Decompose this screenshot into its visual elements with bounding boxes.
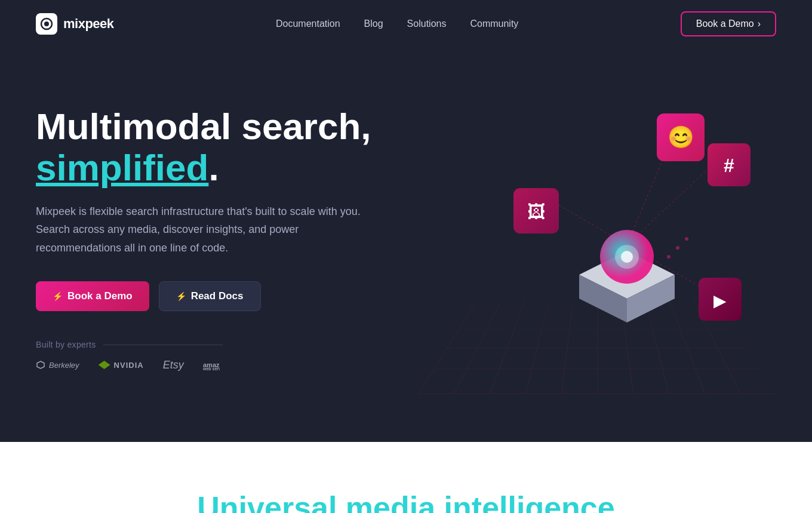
hero-docs-label: Read Docs bbox=[191, 290, 244, 302]
grid-decoration bbox=[418, 302, 776, 394]
nav-community[interactable]: Community bbox=[470, 19, 518, 29]
svg-point-10 bbox=[685, 237, 688, 241]
nvidia-icon bbox=[99, 361, 110, 369]
nav-solutions[interactable]: Solutions bbox=[407, 19, 447, 29]
nav-links: Documentation Blog Solutions Community bbox=[276, 19, 518, 29]
svg-line-6 bbox=[555, 203, 627, 245]
svg-rect-19 bbox=[708, 143, 751, 186]
built-by-label: Built by experts bbox=[36, 340, 223, 349]
berkeley-label: Berkeley bbox=[49, 361, 79, 370]
lower-section: Universal media intelligence Find exactl… bbox=[0, 442, 812, 513]
hero-section: Multimodal search, simplified. Mixpeek i… bbox=[0, 48, 812, 442]
svg-point-14 bbox=[600, 230, 654, 284]
svg-rect-17 bbox=[657, 113, 705, 161]
hero-read-docs-button[interactable]: ⚡ Read Docs bbox=[159, 281, 261, 311]
hero-illustration: 😊 # bbox=[478, 96, 776, 394]
etsy-logo: Etsy bbox=[163, 359, 184, 371]
hero-book-demo-button[interactable]: ⚡ Book a Demo bbox=[36, 281, 149, 311]
bolt-icon: ⚡ bbox=[53, 291, 63, 301]
svg-point-16 bbox=[621, 251, 633, 263]
nav-blog[interactable]: Blog bbox=[364, 19, 383, 29]
nav-book-demo-button[interactable]: Book a Demo › bbox=[681, 11, 776, 36]
aws-icon: amazon web services bbox=[203, 360, 220, 370]
svg-text:🖼: 🖼 bbox=[527, 202, 545, 222]
svg-line-5 bbox=[627, 161, 716, 245]
svg-point-9 bbox=[676, 246, 679, 250]
nav-documentation[interactable]: Documentation bbox=[276, 19, 340, 29]
hero-title-accent: simplified bbox=[36, 147, 208, 188]
hero-buttons: ⚡ Book a Demo ⚡ Read Docs bbox=[36, 281, 371, 311]
logo-text: mixpeek bbox=[63, 16, 114, 32]
svg-text:web services: web services bbox=[203, 367, 220, 370]
hero-title-line1: Multimodal search, bbox=[36, 106, 371, 147]
svg-line-7 bbox=[627, 245, 710, 293]
bolt-icon-2: ⚡ bbox=[176, 291, 186, 301]
nvidia-logo: NVIDIA bbox=[99, 361, 144, 370]
etsy-label: Etsy bbox=[163, 359, 184, 371]
hero-demo-label: Book a Demo bbox=[67, 290, 133, 302]
logo-link[interactable]: mixpeek bbox=[36, 13, 114, 35]
logo-icon bbox=[36, 13, 57, 35]
hero-title-period: . bbox=[208, 147, 219, 188]
hero-content: Multimodal search, simplified. Mixpeek i… bbox=[36, 106, 371, 371]
berkeley-logo: Berkeley bbox=[36, 360, 79, 370]
svg-point-8 bbox=[667, 255, 670, 259]
nav-cta-label: Book a Demo bbox=[696, 19, 754, 29]
svg-point-1 bbox=[44, 21, 49, 26]
built-by-section: Built by experts Berkeley NVIDIA Etsy bbox=[36, 340, 371, 371]
hero-description: Mixpeek is flexible search infrastructur… bbox=[36, 202, 370, 257]
svg-point-15 bbox=[615, 245, 639, 269]
nvidia-label: NVIDIA bbox=[114, 361, 144, 370]
svg-marker-11 bbox=[579, 251, 675, 299]
aws-logo: amazon web services bbox=[203, 360, 220, 370]
berkeley-icon bbox=[36, 360, 45, 370]
svg-text:😊: 😊 bbox=[668, 124, 694, 150]
chevron-right-icon: › bbox=[758, 19, 761, 29]
svg-line-4 bbox=[627, 131, 675, 245]
partner-logos: Berkeley NVIDIA Etsy amazon web services bbox=[36, 359, 220, 371]
lower-title: Universal media intelligence bbox=[36, 490, 776, 513]
hero-title: Multimodal search, simplified. bbox=[36, 106, 371, 188]
svg-rect-21 bbox=[513, 188, 559, 234]
navbar: mixpeek Documentation Blog Solutions Com… bbox=[0, 0, 812, 48]
svg-text:#: # bbox=[724, 155, 734, 176]
